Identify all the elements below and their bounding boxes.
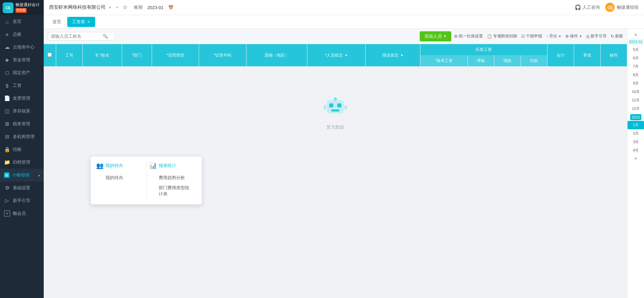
svg-rect-3 [331,109,339,111]
logo-text: 畅捷通好会计 研发版 [15,2,40,13]
tax-icon: ⊞ [4,121,10,127]
member-icon: V [4,210,10,217]
sidebar-item-multi-org[interactable]: ⊟ 多机构管理 [0,130,44,143]
search-icon: 🔍 [103,34,108,39]
search-input[interactable] [51,34,101,39]
special-deduction-btn[interactable]: 📋 专项附加扣除 [487,33,517,39]
sidebar-item-fund[interactable]: ◈ 资金管理 [0,54,44,66]
export-btn[interactable]: ↑ 导出 ▼ [546,33,561,39]
th-id-type: *证照类型 [152,44,199,66]
sidebar: CE 畅捷通好会计 研发版 ⌂ 首页 ≡ 总账 ☁ 云报表中心 ◈ [0,0,44,298]
timeline-month-9[interactable]: 9月 [628,79,644,88]
timeline-month-11[interactable]: 11月 [628,96,644,104]
inventory-icon: ◫ [4,108,10,114]
cloud-icon: ☁ [4,44,10,50]
home-icon: ⌂ [4,19,10,25]
calendar-icon[interactable]: 📅 [168,5,174,10]
add-company-btn[interactable]: + [116,4,119,10]
timeline-month-1[interactable]: 1月 [628,121,644,129]
sidebar-item-home[interactable]: ⌂ 首页 [0,15,44,28]
service-btn[interactable]: 🎧 人工咨询 [575,4,600,10]
timeline-year-2023: 2023 [630,114,641,120]
section2-icon: 📊 [149,162,157,169]
th-actions: 操作 [600,44,627,66]
sidebar-item-fixed-assets[interactable]: ◻ 固定资产 [0,66,44,79]
sidebar-item-invoice[interactable]: 📄 发票管理 [0,92,44,105]
topbar-left: 西安虾米网络科技有限公司 ▼ + ⚙ 账期 2023-01 📅 [49,4,174,10]
operation-btn[interactable]: ⚙ 操作 ▼ [565,33,582,39]
period-value: 2023-01 [147,5,163,10]
app-logo: CE 畅捷通好会计 研发版 [0,0,44,15]
ledger-icon: ≡ [4,31,10,37]
company-dropdown-icon[interactable]: ▼ [108,6,112,9]
popup-divider [146,162,147,199]
tab-salary[interactable]: 工资表 ✕ [67,17,95,27]
timeline-nav-up[interactable]: ▲ [632,30,640,38]
user-area[interactable]: CE 畅捷通组组 [605,3,639,12]
sidebar-item-cloud-report[interactable]: ☁ 云报表中心 [0,41,44,54]
th-dept: *部门 [122,44,152,66]
popup-section1-title: 👥 我的待办 [96,162,144,169]
popup-item-my-todo[interactable]: 我的待办 [96,173,144,183]
timeline-month-3[interactable]: 3月 [628,138,644,146]
tab-close-icon[interactable]: ✕ [87,20,90,24]
timeline-month-6[interactable]: 6月 [628,54,644,62]
refresh-btn[interactable]: ↻ 刷新 [611,33,623,39]
no-data-icon [322,93,349,120]
sidebar-item-closing[interactable]: 🔒 结账 [0,143,44,156]
timeline-month-12[interactable]: 12月 [628,104,644,113]
closing-icon: 🔒 [4,146,10,153]
invoice-icon: 📄 [4,95,10,101]
logo-icon: CE [3,2,13,13]
timeline-nav-down[interactable]: ▼ [632,155,640,163]
settings-icon[interactable]: ⚙ [123,4,127,10]
table-header-row1: 工号 ⇅ *姓名 *部门 *证照类型 *证照号码 国籍（地区） *人员状态 ▼ … [44,44,627,55]
guide2-btn[interactable]: ◎ 新手引导 [586,33,607,39]
no-data-area: 暂无数据 [44,66,627,157]
sidebar-item-inventory[interactable]: ◫ 库存核算 [0,105,44,118]
th-pension: 养老 [574,44,600,66]
avatar: CE [605,3,615,12]
svg-rect-1 [329,103,333,107]
timeline-month-2[interactable]: 2月 [628,129,644,138]
tab-home[interactable]: 首页 [48,17,66,27]
sidebar-item-ledger[interactable]: ≡ 总账 [0,28,44,41]
personal-tax-btn[interactable]: ☑ 个税申报 [521,33,542,39]
expand-arrow: ◂ [38,173,40,177]
sidebar-item-xiaochang[interactable]: G 小畅报销 ◂ [0,169,44,181]
sidebar-item-tax[interactable]: ⊞ 税务管理 [0,118,44,130]
add-person-button[interactable]: 添加人员 ▼ [420,31,451,41]
social-insurance-icon: ⚙ [454,34,458,39]
toolbar-actions: ⚙ 统一社保设置 📋 专项附加扣除 ☑ 个税申报 ↑ [454,33,623,39]
xiaochang-icon: G [4,172,9,178]
timeline-month-4[interactable]: 4月 [628,146,644,155]
person-status-filter-icon[interactable]: ▼ [344,54,348,57]
add-chevron-icon: ▼ [443,34,447,38]
social-insurance-btn[interactable]: ⚙ 统一社保设置 [454,33,483,39]
timeline-month-7[interactable]: 7月 [628,62,644,71]
sidebar-item-archive[interactable]: 📁 归档管理 [0,156,44,169]
timeline-month-10[interactable]: 10月 [628,88,644,96]
operation-chevron-icon: ▼ [579,35,582,38]
sidebar-item-salary[interactable]: $ 工资 [0,79,44,92]
popup-section2-title: 📊 报表统计 [149,162,197,169]
timeline-month-8[interactable]: 8月 [628,71,644,79]
svg-rect-2 [337,103,341,107]
popup-menu: 👥 我的待办 我的待办 📊 报表统计 [91,157,202,204]
tabs-bar: 首页 工资表 ✕ [44,15,644,29]
sidebar-item-basic[interactable]: ⚙ 基础设置 [0,181,44,194]
th-salary-group: 应发工资 [420,44,547,55]
report-status-filter-icon[interactable]: ▼ [400,54,404,57]
guide2-icon: ◎ [586,34,590,39]
svg-rect-6 [324,105,326,110]
sidebar-item-guide[interactable]: ▷ 新手引导 [0,194,44,207]
select-all-checkbox[interactable] [47,53,52,57]
timeline-panel: ▲ 2023.01 5月 6月 7月 8月 9月 10月 11月 12月 202… [627,29,644,298]
logo-badge: 研发版 [15,8,27,13]
popup-item-cost-trend[interactable]: 费用趋势分析 [149,173,197,183]
period-label: 账期 [134,4,143,10]
timeline-month-5[interactable]: 5月 [628,45,644,54]
guide-icon: ▷ [4,198,10,204]
sidebar-item-member[interactable]: V 畅会员 [0,207,44,220]
popup-item-dept-cost[interactable]: 部门费用类型统计表 [149,183,197,199]
